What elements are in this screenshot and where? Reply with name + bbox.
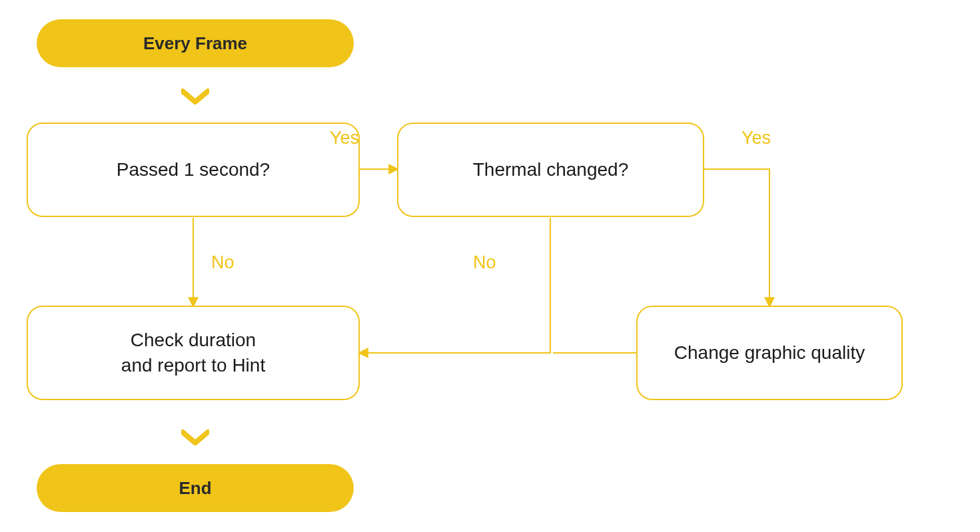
start-terminal: Every Frame	[37, 19, 354, 67]
process-check-duration-label: Check duration and report to Hint	[121, 328, 265, 378]
edge-label-no-2: No	[473, 252, 496, 273]
end-label: End	[179, 478, 211, 499]
process-change-graphic-quality-label: Change graphic quality	[674, 340, 865, 366]
flowchart-canvas: Every Frame Passed 1 second? Thermal cha…	[0, 0, 980, 532]
chevron-down-icon	[181, 423, 209, 453]
process-change-graphic-quality: Change graphic quality	[636, 306, 903, 400]
edge-label-yes-1: Yes	[330, 128, 359, 148]
edge-label-no-1: No	[211, 252, 235, 273]
process-check-duration: Check duration and report to Hint	[27, 306, 360, 400]
start-label: Every Frame	[143, 33, 247, 54]
end-terminal: End	[37, 464, 354, 512]
chevron-down-icon	[181, 83, 209, 112]
decision-thermal-changed: Thermal changed?	[397, 123, 704, 217]
edge-label-yes-2: Yes	[741, 128, 771, 148]
decision-passed-1-second: Passed 1 second?	[27, 123, 360, 217]
decision-thermal-changed-label: Thermal changed?	[473, 157, 628, 182]
decision-passed-1-second-label: Passed 1 second?	[117, 157, 270, 182]
